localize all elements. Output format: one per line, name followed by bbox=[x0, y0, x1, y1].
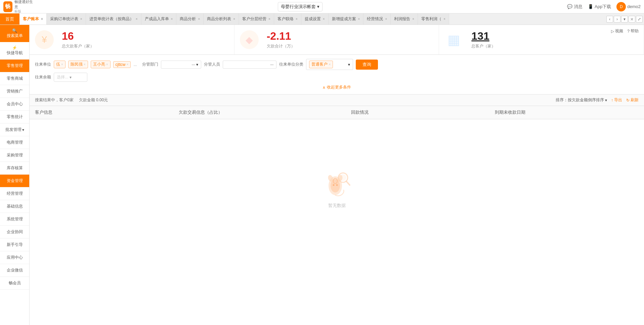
tab-add-commission[interactable]: 新增提成方案 × bbox=[329, 13, 364, 25]
user-profile-btn[interactable]: D demo2 bbox=[616, 2, 641, 11]
query-button[interactable]: 查询 bbox=[356, 60, 378, 70]
unit-class-select[interactable]: 普通客户 × ▾ bbox=[306, 59, 353, 70]
sort-select[interactable]: 排序：按欠款金额倒序排序 ▾ bbox=[556, 97, 607, 103]
dots-icon2: ··· bbox=[270, 62, 273, 67]
unit-class-tag[interactable]: 普通客户 × bbox=[309, 61, 333, 68]
tab-close-icon[interactable]: × bbox=[412, 17, 414, 21]
sidebar-item-retail-mall[interactable]: 零售商城 bbox=[0, 72, 29, 85]
sidebar-item-guide[interactable]: 新手引导 bbox=[0, 239, 29, 251]
sidebar-item-label: 经营管理 bbox=[1, 191, 28, 196]
tab-customer-contact[interactable]: 客户联络 × bbox=[274, 13, 301, 25]
tab-expand-btn[interactable]: ⤢ bbox=[636, 16, 643, 23]
tab-menu-btn[interactable]: ▾ bbox=[621, 16, 628, 23]
tab-commission-setting[interactable]: 提成设置 × bbox=[301, 13, 329, 25]
sidebar-item-label: 营销推广 bbox=[1, 88, 28, 94]
tab-profit-report[interactable]: 利润报告 × bbox=[391, 13, 418, 25]
tab-close-icon[interactable]: × bbox=[136, 17, 138, 21]
sidebar-item-system[interactable]: 系统管理 bbox=[0, 213, 29, 226]
tab-close-icon[interactable]: × bbox=[171, 17, 173, 21]
export-btn[interactable]: ↑ 导出 bbox=[611, 97, 622, 103]
stat-overdue-amount: ◆ -2.11 欠款合计（万） bbox=[234, 25, 439, 55]
sidebar-item-label: 新手引导 bbox=[1, 242, 28, 248]
tab-close-icon[interactable]: × bbox=[41, 17, 43, 21]
top-header: 畅 畅捷通好生意 标版 母婴行业演示帐套 ▾ 💬 消息 📱 App下载 D de… bbox=[0, 0, 644, 13]
video-help-btn[interactable]: ▷ 视频 bbox=[611, 28, 623, 34]
sidebar-item-retail-mgmt[interactable]: 零售管理 bbox=[0, 60, 29, 72]
unit-filter-label: 往来单位 bbox=[35, 62, 51, 67]
tab-close-all-btn[interactable]: ⤫ bbox=[629, 16, 635, 23]
filter-more-tags[interactable]: ... bbox=[133, 62, 137, 67]
message-btn[interactable]: 💬 消息 bbox=[567, 4, 583, 10]
tag-close-icon[interactable]: × bbox=[84, 63, 86, 66]
sidebar-item-member2[interactable]: 畅会员 bbox=[0, 277, 29, 290]
export-icon: ↑ bbox=[611, 98, 613, 103]
enterprise-selector[interactable]: 母婴行业演示帐套 ▾ bbox=[278, 2, 323, 11]
sidebar-item-operations[interactable]: 经营管理 bbox=[0, 187, 29, 200]
sidebar-item-basic-info[interactable]: 基础信息 bbox=[0, 200, 29, 213]
collapse-filter-btn[interactable]: ∧ 收起更多条件 bbox=[35, 84, 639, 90]
tab-customer-layer[interactable]: 客户分层经营 × bbox=[239, 13, 274, 25]
sidebar-item-label: 企业协同 bbox=[1, 229, 28, 235]
refresh-icon: ↻ bbox=[626, 98, 630, 103]
tab-goods-analysis-list[interactable]: 商品分析列表 × bbox=[204, 13, 239, 25]
sidebar-search[interactable]: 🔍 搜索菜单 bbox=[0, 25, 29, 42]
tab-business-status[interactable]: 经营情况 × bbox=[363, 13, 391, 25]
sort-label: 排序：按欠款金额倒序排序 bbox=[556, 97, 604, 103]
search-icon: 🔍 bbox=[1, 28, 28, 33]
sidebar-item-label: 会员中心 bbox=[1, 101, 28, 107]
col-overdue-info: 欠款交易信息（占比） bbox=[179, 109, 351, 115]
sidebar-item-app-center[interactable]: 应用中心 bbox=[0, 251, 29, 264]
sidebar-item-retail-stats[interactable]: 零售统计 bbox=[0, 111, 29, 123]
sidebar-quick-nav[interactable]: ⚡ 快捷导航 bbox=[0, 42, 29, 60]
sidebar-item-ecommerce[interactable]: 电商管理 bbox=[0, 136, 29, 149]
tab-product-in[interactable]: 产成品入库单 × bbox=[141, 13, 177, 25]
branch-person-select[interactable]: ··· bbox=[223, 61, 276, 69]
sidebar-item-label: 畅会员 bbox=[1, 280, 28, 286]
tab-purchase-stat[interactable]: 进货单统计表（按商品） × bbox=[86, 13, 141, 25]
unit-class-close-icon[interactable]: × bbox=[329, 63, 331, 66]
col-overdue-date: 到期未收款日期 bbox=[495, 109, 639, 115]
filter-tag-wu[interactable]: 伍 × bbox=[54, 61, 66, 68]
tab-goods-analysis[interactable]: 商品分析 × bbox=[176, 13, 204, 25]
tag-text: 陈民强 bbox=[71, 62, 83, 67]
tab-close-icon[interactable]: × bbox=[233, 17, 235, 21]
tag-close-icon[interactable]: × bbox=[61, 63, 63, 66]
sidebar-item-wechat[interactable]: 企业微信 bbox=[0, 264, 29, 277]
tab-close-icon[interactable]: × bbox=[268, 17, 270, 21]
tab-next-btn[interactable]: › bbox=[614, 16, 620, 23]
tag-close-icon[interactable]: × bbox=[106, 63, 108, 66]
avatar: D bbox=[616, 2, 626, 11]
help-label: 帮助 bbox=[631, 28, 639, 34]
tab-purchase-order[interactable]: 采购订单统计表 × bbox=[47, 13, 86, 25]
sidebar-item-purchase[interactable]: 采购管理 bbox=[0, 149, 29, 162]
tag-close-icon[interactable]: × bbox=[127, 63, 129, 66]
tab-close-icon[interactable]: × bbox=[323, 17, 325, 21]
tab-close-icon[interactable]: × bbox=[443, 17, 445, 21]
stat-overdue-customers: ¥ 16 总欠款客户（家） bbox=[30, 25, 234, 55]
sidebar-item-collab[interactable]: 企业协同 bbox=[0, 226, 29, 239]
tab-close-icon[interactable]: × bbox=[358, 17, 360, 21]
tab-close-icon[interactable]: × bbox=[80, 17, 82, 21]
tab-close-icon[interactable]: × bbox=[198, 17, 200, 21]
branch-dept-select[interactable]: ··· ▾ bbox=[161, 61, 201, 69]
tab-customer-ledger[interactable]: 客户账本 × bbox=[19, 13, 47, 25]
balance-input[interactable]: 选择... ▾ bbox=[54, 73, 87, 82]
tag-text: 王小亮 bbox=[93, 62, 105, 67]
tab-close-icon[interactable]: × bbox=[296, 17, 298, 21]
sidebar-item-member[interactable]: 会员中心 bbox=[0, 98, 29, 111]
filter-tag-wang[interactable]: 王小亮 × bbox=[91, 61, 111, 68]
filter-tag-cjttcw[interactable]: cjttcw × bbox=[113, 61, 131, 68]
tab-prev-btn[interactable]: ‹ bbox=[606, 16, 613, 23]
sidebar-item-inventory[interactable]: 库存核算 bbox=[0, 162, 29, 175]
tab-retail-profit[interactable]: 零售利润（ × bbox=[418, 13, 449, 25]
chevron-down-icon3: ▾ bbox=[70, 75, 72, 80]
tab-close-icon[interactable]: × bbox=[385, 17, 387, 21]
sidebar-item-finance[interactable]: 资金管理 bbox=[0, 175, 29, 187]
app-download-btn[interactable]: 📱 App下载 bbox=[588, 4, 611, 10]
help-btn[interactable]: ? 帮助 bbox=[627, 28, 639, 34]
sidebar-item-marketing[interactable]: 营销推广 bbox=[0, 85, 29, 98]
tab-home[interactable]: 首页 bbox=[0, 13, 19, 25]
refresh-btn[interactable]: ↻ 刷新 bbox=[626, 97, 639, 103]
sidebar-item-wholesale[interactable]: 批发管理 ▾ bbox=[0, 123, 29, 136]
filter-tag-chen[interactable]: 陈民强 × bbox=[68, 61, 88, 68]
